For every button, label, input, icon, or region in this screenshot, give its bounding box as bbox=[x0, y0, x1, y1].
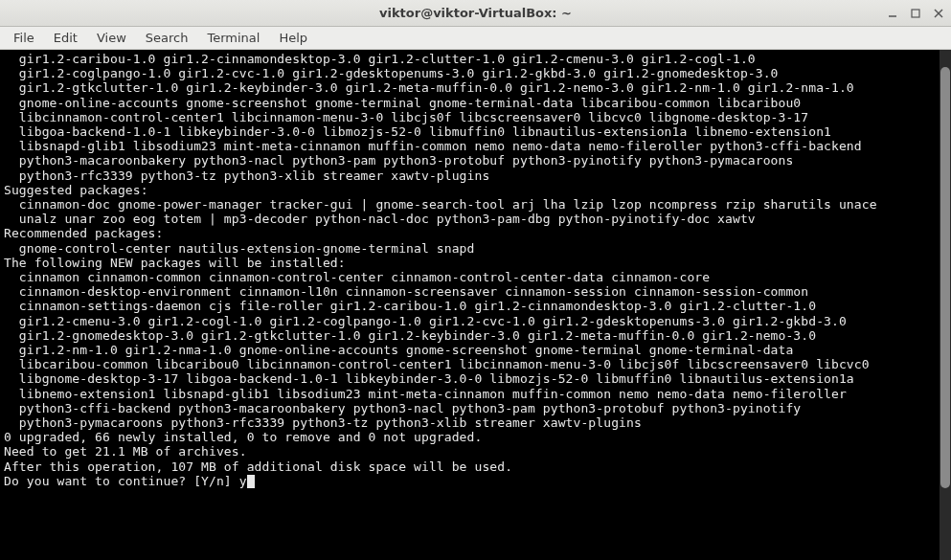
menu-edit[interactable]: Edit bbox=[44, 29, 87, 47]
window-title-bar: viktor@viktor-VirtualBox: ~ bbox=[0, 0, 951, 27]
terminal-output: gir1.2-caribou-1.0 gir1.2-cinnamondeskto… bbox=[0, 50, 951, 492]
terminal-scrollbar-thumb[interactable] bbox=[940, 67, 950, 488]
window-maximize-button[interactable] bbox=[909, 7, 922, 20]
menu-file[interactable]: File bbox=[4, 29, 44, 47]
window-title: viktor@viktor-VirtualBox: ~ bbox=[379, 6, 572, 20]
menu-terminal[interactable]: Terminal bbox=[197, 29, 269, 47]
terminal-cursor bbox=[247, 475, 255, 488]
menu-search[interactable]: Search bbox=[136, 29, 198, 47]
terminal-scrollbar-track[interactable] bbox=[940, 50, 951, 560]
window-minimize-button[interactable] bbox=[886, 7, 899, 20]
window-close-button[interactable] bbox=[932, 7, 945, 20]
menu-help[interactable]: Help bbox=[269, 29, 317, 47]
menu-view[interactable]: View bbox=[87, 29, 136, 47]
terminal-viewport[interactable]: gir1.2-caribou-1.0 gir1.2-cinnamondeskto… bbox=[0, 50, 951, 560]
window-controls bbox=[886, 7, 945, 20]
svg-rect-1 bbox=[912, 10, 919, 17]
menu-bar: File Edit View Search Terminal Help bbox=[0, 27, 951, 50]
